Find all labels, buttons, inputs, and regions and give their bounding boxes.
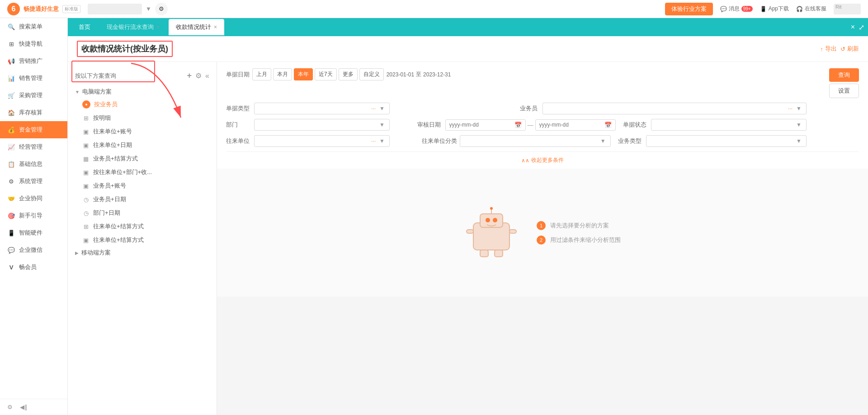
review-date-end[interactable]: [539, 122, 603, 128]
filter-item-label-9: 往来单位+结算方式: [93, 222, 144, 231]
filter-item-by-staff[interactable]: ● 按业务员: [68, 98, 217, 111]
filter-item-label-10: 往来单位+结算方式: [93, 236, 144, 244]
settings-icon[interactable]: ⚙: [155, 3, 168, 15]
filter-item-staff-date[interactable]: ◷ 业务员+日期: [68, 193, 217, 206]
filter-item-dept-date[interactable]: ◷ 部门+日期: [68, 206, 217, 220]
sidebar-item-newbie[interactable]: 🎯 新手引导: [0, 207, 67, 224]
this-month-btn[interactable]: 本月: [273, 68, 292, 80]
top-bar: 6 畅捷通好生意 标准版 ▼ ⚙ 体验行业方案 💬 消息 99+ 📱 App下载…: [0, 0, 868, 18]
dept-select[interactable]: ▼: [254, 119, 390, 131]
custom-date-btn[interactable]: 自定义: [359, 68, 384, 80]
sidebar-item-sales[interactable]: 📊 销售管理: [0, 70, 67, 87]
more-date-btn[interactable]: 更多: [339, 68, 358, 80]
sidebar-label-finance: 资金管理: [19, 126, 42, 134]
filter-item-unit-account[interactable]: ▣ 往来单位+账号: [68, 125, 217, 138]
mobile-group-label: 移动端方案: [81, 249, 111, 257]
filter-item-unit-date[interactable]: ▣ 往来单位+日期: [68, 138, 217, 152]
doc-type-select[interactable]: ··· ▼: [254, 103, 390, 114]
finance-icon: 💰: [7, 126, 15, 134]
biz-type-select[interactable]: ▼: [646, 135, 807, 147]
sidebar-item-finance[interactable]: 💰 资金管理: [0, 121, 67, 138]
sidebar-item-member[interactable]: V 畅会员: [0, 259, 67, 276]
date-dash: —: [528, 122, 533, 128]
staff-select[interactable]: ··· ▼: [542, 103, 807, 114]
calendar-icon-1[interactable]: 📅: [514, 122, 522, 128]
main-layout: 🔍 搜索菜单 ⊞ 快捷导航 📢 营销推广 📊 销售管理 🛒 采购管理 🏠 库存核…: [0, 18, 868, 415]
tab-cashflow[interactable]: 现金银行流水查询 ×: [99, 19, 167, 35]
close-window-icon[interactable]: ×: [851, 23, 855, 31]
dept-arrow: ▼: [379, 122, 385, 128]
sidebar-item-system[interactable]: ⚙ 系统管理: [0, 173, 67, 190]
filter-group-mobile-header[interactable]: ▶ 移动端方案: [68, 247, 217, 259]
maximize-icon[interactable]: ⤢: [859, 23, 864, 32]
add-scheme-button[interactable]: +: [187, 71, 192, 80]
step-num-1: 1: [537, 221, 546, 230]
dropdown-arrow[interactable]: ▼: [146, 5, 151, 12]
sidebar-item-operation[interactable]: 📈 经营管理: [0, 138, 67, 156]
sidebar-item-search[interactable]: 🔍 搜索菜单: [0, 18, 67, 35]
sidebar-label-marketing: 营销推广: [19, 57, 42, 65]
collapse-panel-button[interactable]: «: [205, 72, 209, 80]
sidebar-bottom-collapse[interactable]: ◀‖: [20, 404, 28, 410]
doc-status-arrow: ▼: [796, 122, 802, 128]
user-name: Rit: [834, 2, 843, 11]
doc-type-more[interactable]: ···: [371, 105, 376, 112]
refresh-icon: ↺: [840, 46, 845, 52]
settings-button[interactable]: 设置: [829, 84, 859, 98]
sidebar-item-wechat[interactable]: 💬 企业微信: [0, 241, 67, 259]
marketing-icon: 📢: [7, 57, 15, 65]
partner-select[interactable]: ··· ▼: [254, 135, 390, 147]
review-date-start-wrap[interactable]: 📅: [445, 119, 526, 131]
dept-area: 部门 ▼: [226, 119, 410, 131]
online-service-area[interactable]: 🎧 在线客服: [796, 5, 826, 13]
message-icon: 💬: [720, 6, 727, 12]
try-button[interactable]: 体验行业方案: [665, 3, 713, 15]
sidebar-item-hardware[interactable]: 📱 智能硬件: [0, 224, 67, 241]
doc-status-select[interactable]: ▼: [651, 119, 807, 131]
message-icon-area[interactable]: 💬 消息 99+: [720, 5, 753, 13]
nav-icon: ⊞: [7, 40, 15, 48]
review-date-inputs: 📅 — 📅: [445, 119, 616, 131]
sidebar-item-enterprise[interactable]: 🤝 企业协同: [0, 190, 67, 207]
filter-item-detail[interactable]: ⊞ 按明细: [68, 111, 217, 125]
filter-group-desktop-header[interactable]: ▼ 电脑端方案: [68, 86, 217, 98]
export-button[interactable]: ↑ 导出: [821, 45, 837, 53]
filter-item-unit-dept[interactable]: ▣ 按往来单位+部门+收...: [68, 165, 217, 179]
tab-home[interactable]: 首页: [71, 19, 98, 35]
empty-steps: 1 请先选择要分析的方案 2 用过滤条件来缩小分析范围: [537, 221, 621, 245]
filter-item-staff-account[interactable]: ▣ 业务员+账号: [68, 179, 217, 193]
sidebar-item-warehouse[interactable]: 🏠 库存核算: [0, 104, 67, 121]
tab-cashflow-close[interactable]: ×: [156, 24, 160, 30]
review-date-end-wrap[interactable]: 📅: [535, 119, 616, 131]
sidebar-item-basic[interactable]: 📋 基础信息: [0, 156, 67, 173]
review-date-start[interactable]: [449, 122, 513, 128]
sidebar-bottom-gear[interactable]: ⚙: [7, 404, 13, 410]
partner-category-select[interactable]: ▼: [460, 135, 610, 147]
calendar-icon-2[interactable]: 📅: [604, 122, 612, 128]
last-month-btn[interactable]: 上月: [252, 68, 271, 80]
headset-icon: 🎧: [796, 6, 803, 12]
sidebar-item-purchase[interactable]: 🛒 采购管理: [0, 87, 67, 104]
app-download-area[interactable]: 📱 App下载: [760, 5, 789, 13]
filter-item-unit-settlement2[interactable]: ▣ 往来单位+结算方式: [68, 233, 217, 247]
date-range-end: 2023-12-31: [423, 71, 451, 78]
query-button[interactable]: 查询: [829, 68, 859, 82]
collapse-bar[interactable]: ∧∧ 收起更多条件: [226, 151, 859, 169]
svg-rect-7: [509, 230, 516, 233]
staff-more[interactable]: ···: [788, 105, 793, 112]
filter-item-staff-payment[interactable]: ▦ 业务员+结算方式: [68, 152, 217, 165]
sidebar-item-marketing[interactable]: 📢 营销推广: [0, 52, 67, 70]
tab-collection-close[interactable]: ×: [214, 24, 217, 30]
doc-type-label: 单据类型: [226, 104, 251, 113]
content-area: 首页 现金银行流水查询 × 收款情况统计 × × ⤢ 收款情况统计(按业务员) …: [68, 18, 868, 415]
filter-item-unit-settlement1[interactable]: ⊞ 往来单位+结算方式: [68, 220, 217, 233]
scheme-settings-button[interactable]: ⚙: [195, 71, 202, 80]
robot-illustration: [464, 205, 519, 260]
partner-more[interactable]: ···: [371, 138, 376, 144]
refresh-button[interactable]: ↺ 刷新: [840, 45, 859, 53]
this-year-btn[interactable]: 本年: [294, 68, 313, 80]
tab-collection[interactable]: 收款情况统计 ×: [169, 19, 224, 35]
sidebar-item-nav[interactable]: ⊞ 快捷导航: [0, 35, 67, 52]
page-header: 收款情况统计(按业务员) ↑ 导出 ↺ 刷新: [68, 36, 868, 62]
last-7days-btn[interactable]: 近7天: [315, 68, 337, 80]
